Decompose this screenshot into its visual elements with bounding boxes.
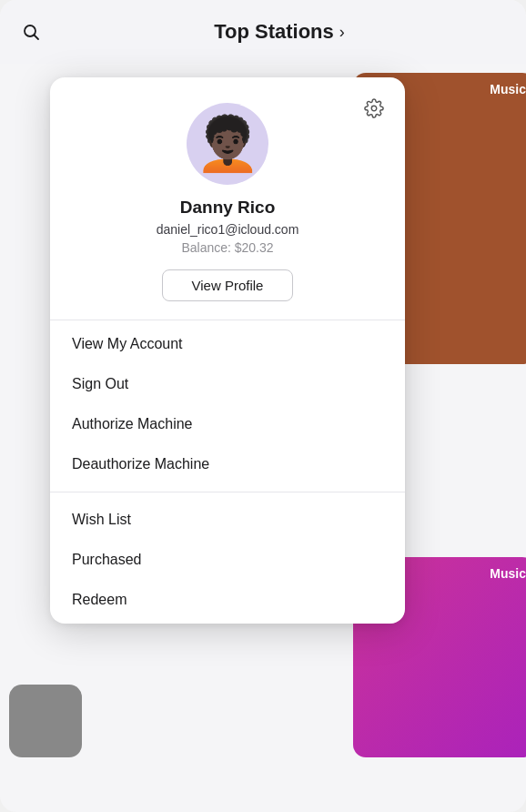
svg-point-2 — [371, 106, 377, 111]
settings-button[interactable] — [359, 94, 389, 123]
user-balance: Balance: $20.32 — [181, 240, 273, 255]
app-header: Top Stations › — [0, 0, 526, 64]
chevron-right-icon: › — [339, 23, 345, 42]
menu-item-deauthorize-machine[interactable]: Deauthorize Machine — [50, 444, 405, 484]
menu-item-sign-out[interactable]: Sign Out — [50, 364, 405, 404]
menu-group-1: View My Account Sign Out Authorize Machi… — [50, 320, 405, 488]
gear-icon — [364, 98, 384, 118]
view-profile-button[interactable]: View Profile — [162, 269, 294, 301]
header-title-wrap: Top Stations › — [47, 20, 511, 44]
search-button[interactable] — [15, 15, 47, 48]
bg-card-top-right-label: Music — [490, 82, 526, 96]
page-title: Top Stations — [214, 20, 334, 44]
svg-line-1 — [35, 36, 39, 40]
section-divider-2 — [50, 492, 405, 492]
bg-card-bottom-right-label: Music — [490, 566, 526, 581]
menu-item-wish-list[interactable]: Wish List — [50, 500, 405, 540]
bg-card-bottom-left — [9, 685, 82, 757]
menu-item-redeem[interactable]: Redeem — [50, 580, 405, 620]
menu-item-authorize-machine[interactable]: Authorize Machine — [50, 404, 405, 444]
menu-item-purchased[interactable]: Purchased — [50, 540, 405, 580]
account-popover: 🧑🏿‍🦱 Danny Rico daniel_rico1@icloud.com … — [50, 77, 405, 624]
menu-item-view-my-account[interactable]: View My Account — [50, 324, 405, 364]
user-name: Danny Rico — [180, 198, 276, 218]
profile-section: 🧑🏿‍🦱 Danny Rico daniel_rico1@icloud.com … — [50, 77, 405, 320]
user-email: daniel_rico1@icloud.com — [157, 222, 299, 237]
avatar: 🧑🏿‍🦱 — [187, 103, 268, 185]
menu-group-2: Wish List Purchased Redeem — [50, 496, 405, 624]
app-background: Music Music Top Stations › — [0, 0, 526, 812]
search-icon — [22, 23, 40, 41]
